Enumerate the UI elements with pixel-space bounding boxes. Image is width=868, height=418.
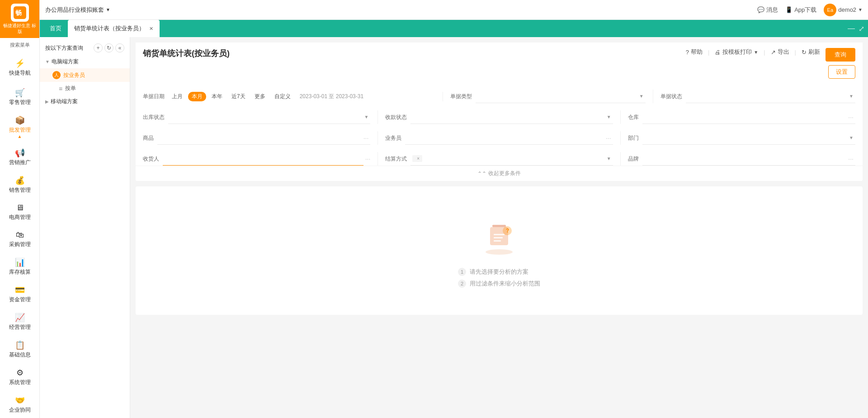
date-tab-this-month[interactable]: 本月	[188, 92, 206, 101]
out-status-select[interactable]: ▼	[168, 110, 370, 124]
page-header-actions: ? 帮助 | 🖨 按模板打印 ▼ | ↗	[686, 48, 820, 56]
export-icon: ↗	[771, 49, 776, 56]
filter-row-1: 单据日期 上月 本月 本年 近7天 更多 自定义 20	[143, 90, 855, 103]
inventory-icon: 📊	[15, 257, 25, 267]
payment-tag-close-icon[interactable]: ×	[417, 156, 420, 161]
print-arrow-icon: ▼	[754, 50, 758, 55]
export-btn[interactable]: ↗ 导出	[771, 48, 789, 56]
message-btn[interactable]: 💬 消息	[757, 6, 778, 14]
warehouse-select[interactable]: ···	[642, 110, 855, 124]
desktop-group-header[interactable]: ▼ 电脑端方案	[40, 55, 130, 68]
tab-sales-stat[interactable]: 销货单统计表（按业务员） ✕	[68, 20, 160, 37]
sidebar-item-sales[interactable]: 💰 销售管理	[0, 171, 39, 199]
warehouse-label: 仓库	[628, 114, 639, 121]
doc-status-arrow-icon: ▼	[849, 94, 854, 99]
main-area: 办公用品行业模拟账套 ▼ 💬 消息 📱 App下载 Ea demo2 ▼ 首页	[40, 0, 868, 418]
settings-button[interactable]: 设置	[828, 65, 855, 79]
scheme-by-salesperson[interactable]: 人 按业务员	[40, 68, 130, 82]
consignee-input[interactable]	[163, 152, 363, 166]
app-download-btn[interactable]: 📱 App下载	[785, 6, 816, 14]
page-title: 销货单统计表(按业务员)	[143, 48, 230, 59]
add-scheme-btn[interactable]: +	[94, 43, 103, 52]
logo-text: 畅捷通好生意 标版	[2, 23, 38, 34]
system-icon: ⚙	[16, 368, 24, 378]
enterprise-icon: 🤝	[15, 395, 25, 405]
svg-text:?: ?	[506, 228, 509, 234]
tab-close-icon[interactable]: ✕	[149, 26, 153, 32]
quick-nav-icon: ⚡	[15, 58, 25, 68]
collect-status-select[interactable]: ▼	[410, 110, 613, 124]
sidebar-item-operations[interactable]: 📈 经营管理	[0, 308, 39, 336]
marketing-icon: 📢	[15, 148, 25, 158]
date-tab-custom[interactable]: 自定义	[271, 92, 294, 101]
print-btn[interactable]: 🖨 按模板打印 ▼	[715, 48, 758, 56]
help-btn[interactable]: ? 帮助	[686, 48, 703, 56]
collapse-btn[interactable]: ⌃⌃ 收起更多条件	[477, 170, 521, 177]
sidebar-item-system[interactable]: ⚙ 系统管理	[0, 363, 39, 391]
refresh-scheme-btn[interactable]: ↻	[104, 43, 113, 52]
date-tab-last-month[interactable]: 上月	[168, 92, 186, 101]
svg-rect-6	[494, 237, 503, 238]
salesperson-label: 业务员	[385, 134, 401, 142]
sidebar-item-purchase[interactable]: 🛍 采购管理	[0, 226, 39, 253]
salesperson-dots-icon[interactable]: ···	[606, 134, 611, 142]
collect-status-label: 收款状态	[385, 114, 407, 121]
desktop-group-label: 电脑端方案	[52, 58, 79, 66]
sidebar-item-inventory[interactable]: 📊 库存核算	[0, 253, 39, 280]
user-menu[interactable]: Ea demo2 ▼	[824, 4, 863, 16]
brand-select[interactable]: ···	[642, 152, 855, 166]
goods-select[interactable]: ···	[157, 131, 370, 145]
sidebar-item-ecommerce[interactable]: 🖥 电商管理	[0, 199, 39, 226]
date-tab-more[interactable]: 更多	[251, 92, 269, 101]
app-logo[interactable]: 畅 畅捷通好生意 标版	[0, 0, 39, 38]
query-button[interactable]: 查询	[826, 48, 855, 62]
sidebar-item-finance[interactable]: 💳 资金管理	[0, 280, 39, 308]
doc-type-select[interactable]: ▼	[476, 90, 645, 103]
doc-status-select[interactable]: ▼	[686, 90, 855, 103]
sidebar-item-wholesale[interactable]: 📦 批发管理 ▲	[0, 111, 39, 143]
brand-dots-icon[interactable]: ···	[848, 155, 854, 162]
header-right: ? 帮助 | 🖨 按模板打印 ▼ | ↗	[686, 48, 855, 79]
tab-home[interactable]: 首页	[43, 20, 68, 37]
empty-state: ? 1 请先选择要分析的方案 2 用过滤条件来缩小分析范围	[136, 186, 863, 315]
sidebar-item-retail[interactable]: 🛒 零售管理	[0, 83, 39, 111]
salesperson-select[interactable]: ···	[405, 131, 613, 145]
date-tab-7days[interactable]: 近7天	[228, 92, 249, 101]
sales-label: 销售管理	[9, 186, 31, 194]
scheme-by-order[interactable]: ≡ 按单	[40, 82, 130, 95]
retail-icon: 🛒	[15, 88, 25, 98]
doc-status-label: 单据状态	[660, 93, 682, 100]
date-range-display: 2023-03-01 至 2023-03-31	[300, 93, 363, 100]
sidebar-item-enterprise[interactable]: 🤝 企业协同	[0, 391, 39, 418]
divider3: |	[708, 49, 709, 56]
empty-step-1: 1 请先选择要分析的方案	[458, 268, 540, 276]
sales-icon: 💰	[15, 176, 25, 185]
tab-expand-icon[interactable]: ⤢	[859, 24, 864, 33]
svg-text:畅: 畅	[15, 9, 21, 16]
warehouse-dots-icon[interactable]: ···	[848, 114, 854, 121]
consignee-dots-icon[interactable]: ···	[365, 155, 371, 162]
mobile-group-header[interactable]: ▶ 移动端方案	[40, 95, 130, 108]
quick-nav-label: 快捷导航	[9, 69, 31, 77]
topbar-left: 办公用品行业模拟账套 ▼	[45, 6, 110, 14]
collapse-panel-btn[interactable]: «	[115, 43, 124, 52]
company-selector[interactable]: 办公用品行业模拟账套 ▼	[45, 6, 110, 14]
action-buttons: 查询 设置	[826, 48, 855, 79]
department-select[interactable]: ▼	[642, 131, 855, 145]
consignee-label: 收货人	[143, 155, 159, 163]
search-menu[interactable]: 搜索菜单	[0, 38, 39, 52]
refresh-btn[interactable]: ↻ 刷新	[802, 48, 820, 56]
mobile-group-label: 移动端方案	[51, 98, 78, 105]
username: demo2	[838, 6, 856, 13]
goods-dots-icon[interactable]: ···	[363, 134, 369, 142]
sidebar-item-marketing[interactable]: 📢 营销推广	[0, 143, 39, 171]
sidebar-item-basics[interactable]: 📋 基础信息	[0, 336, 39, 363]
empty-steps: 1 请先选择要分析的方案 2 用过滤条件来缩小分析范围	[458, 268, 540, 288]
payment-select[interactable]: × ▼	[410, 152, 613, 166]
tab-minimize-icon[interactable]: —	[848, 24, 855, 33]
date-tab-this-year[interactable]: 本年	[208, 92, 226, 101]
sidebar-item-quick-nav[interactable]: ⚡ 快捷导航	[0, 54, 39, 81]
filter-row-2: 出库状态 ▼ 收款状态 ▼	[143, 110, 855, 124]
home-tab-label: 首页	[50, 24, 61, 33]
left-panel: 按以下方案查询 + ↻ « ▼ 电脑端方案 人 按业务员 ≡ 按	[40, 37, 130, 418]
